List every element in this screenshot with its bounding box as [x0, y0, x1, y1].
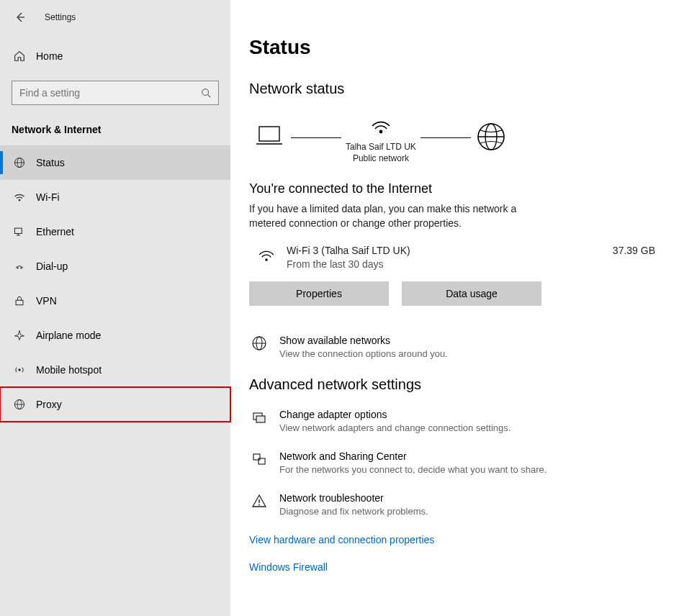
- globe-small-icon: [251, 335, 267, 351]
- wifi-router-icon: [367, 109, 395, 137]
- sidebar-home-label: Home: [36, 50, 63, 62]
- sidebar-item-proxy[interactable]: Proxy: [0, 387, 230, 422]
- sidebar-item-status[interactable]: Status: [0, 145, 230, 180]
- sidebar-item-label: VPN: [36, 295, 57, 307]
- svg-point-31: [258, 504, 260, 506]
- sidebar-item-airplane-mode[interactable]: Airplane mode: [0, 318, 230, 353]
- sidebar-item-label: Proxy: [36, 399, 62, 410]
- svg-line-2: [208, 95, 211, 98]
- svg-point-18: [379, 130, 383, 134]
- network-detail: Wi-Fi 3 (Talha Saif LTD UK) From the las…: [249, 242, 668, 277]
- button-row: Properties Data usage: [249, 281, 668, 306]
- svg-rect-17: [259, 127, 279, 141]
- svg-rect-28: [253, 454, 260, 460]
- troubleshooter-sub: Diagnose and fix network problems.: [279, 506, 428, 517]
- warning-icon: [251, 493, 267, 509]
- diagram-device: [252, 122, 287, 151]
- adapter-options-link[interactable]: Change adapter options View network adap…: [249, 409, 668, 433]
- show-networks-title: Show available networks: [279, 335, 448, 346]
- svg-point-10: [17, 267, 18, 268]
- troubleshooter-title: Network troubleshooter: [279, 492, 428, 504]
- dialup-icon: [13, 260, 33, 273]
- svg-rect-27: [256, 416, 265, 422]
- globe-icon: [13, 398, 33, 411]
- sidebar-item-wi-fi[interactable]: Wi-Fi: [0, 180, 230, 214]
- page-title: Status: [249, 36, 668, 59]
- network-name: Wi-Fi 3 (Talha Saif LTD UK): [287, 245, 613, 256]
- diagram-ssid-name: Talha Saif LTD UK: [346, 142, 416, 153]
- settings-sidebar: Settings Home Network & Internet StatusW…: [0, 0, 230, 616]
- properties-button[interactable]: Properties: [249, 281, 389, 306]
- sharing-sub: For the networks you connect to, decide …: [279, 464, 547, 475]
- connected-description: If you have a limited data plan, you can…: [249, 202, 544, 230]
- sidebar-item-label: Ethernet: [36, 226, 74, 237]
- wifi-icon: [13, 191, 33, 204]
- sidebar-item-ethernet[interactable]: Ethernet: [0, 214, 230, 249]
- svg-rect-29: [258, 458, 265, 464]
- search-icon: [201, 88, 211, 98]
- data-usage-button[interactable]: Data usage: [402, 281, 541, 306]
- back-button[interactable]: [6, 3, 35, 32]
- diagram-net-type: Public network: [346, 153, 416, 165]
- status-icon: [13, 156, 33, 169]
- diagram-line-2: [421, 137, 471, 138]
- svg-point-22: [265, 259, 268, 262]
- network-diagram: Talha Saif LTD UK Public network: [249, 109, 668, 164]
- search-box[interactable]: [12, 81, 219, 105]
- adapter-icon: [251, 409, 267, 425]
- show-networks-link[interactable]: Show available networks View the connect…: [249, 335, 668, 359]
- troubleshooter-link[interactable]: Network troubleshooter Diagnose and fix …: [249, 492, 668, 517]
- sharing-center-link[interactable]: Network and Sharing Center For the netwo…: [249, 450, 668, 475]
- airplane-icon: [13, 329, 33, 342]
- titlebar: Settings: [0, 0, 230, 35]
- hardware-properties-link[interactable]: View hardware and connection properties: [249, 534, 668, 545]
- globe-icon: [475, 121, 507, 153]
- sidebar-category: Network & Internet: [0, 111, 230, 145]
- connected-heading: You're connected to the Internet: [249, 181, 668, 196]
- svg-rect-7: [14, 228, 22, 233]
- svg-rect-12: [16, 300, 23, 305]
- sidebar-item-label: Status: [36, 157, 65, 168]
- arrow-left-icon: [14, 12, 26, 23]
- svg-point-6: [19, 199, 21, 201]
- laptop-icon: [252, 122, 287, 151]
- sidebar-item-label: Dial-up: [36, 261, 68, 272]
- svg-point-13: [18, 368, 20, 371]
- sidebar-home[interactable]: Home: [0, 40, 230, 72]
- diagram-ssid: Talha Saif LTD UK Public network: [346, 142, 416, 164]
- search-input[interactable]: [19, 87, 201, 99]
- window-title: Settings: [45, 12, 76, 22]
- wifi-icon: [256, 245, 276, 265]
- diagram-line-1: [291, 137, 341, 138]
- diagram-router: Talha Saif LTD UK Public network: [346, 109, 416, 164]
- svg-point-1: [202, 89, 209, 96]
- sharing-icon: [251, 451, 267, 467]
- advanced-heading: Advanced network settings: [249, 376, 668, 393]
- show-networks-sub: View the connection options around you.: [279, 348, 448, 359]
- data-usage-value: 37.39 GB: [613, 245, 655, 256]
- ethernet-icon: [13, 225, 33, 238]
- adapter-title: Change adapter options: [279, 409, 511, 420]
- hotspot-icon: [13, 363, 33, 376]
- main-content: Status Network status Talha Saif LTD UK …: [230, 0, 697, 616]
- sidebar-item-vpn[interactable]: VPN: [0, 284, 230, 318]
- svg-point-11: [20, 267, 22, 268]
- network-sub: From the last 30 days: [287, 258, 613, 270]
- vpn-icon: [13, 294, 33, 307]
- sidebar-item-mobile-hotspot[interactable]: Mobile hotspot: [0, 353, 230, 387]
- adapter-sub: View network adapters and change connect…: [279, 422, 511, 433]
- sidebar-item-dial-up[interactable]: Dial-up: [0, 249, 230, 284]
- diagram-globe: [475, 121, 507, 153]
- sharing-title: Network and Sharing Center: [279, 450, 547, 462]
- home-icon: [13, 50, 26, 63]
- windows-firewall-link[interactable]: Windows Firewall: [249, 561, 668, 573]
- sidebar-item-label: Wi-Fi: [36, 191, 60, 203]
- network-status-heading: Network status: [249, 81, 668, 97]
- sidebar-nav: StatusWi-FiEthernetDial-upVPNAirplane mo…: [0, 145, 230, 422]
- sidebar-item-label: Mobile hotspot: [36, 364, 102, 376]
- sidebar-item-label: Airplane mode: [36, 330, 101, 341]
